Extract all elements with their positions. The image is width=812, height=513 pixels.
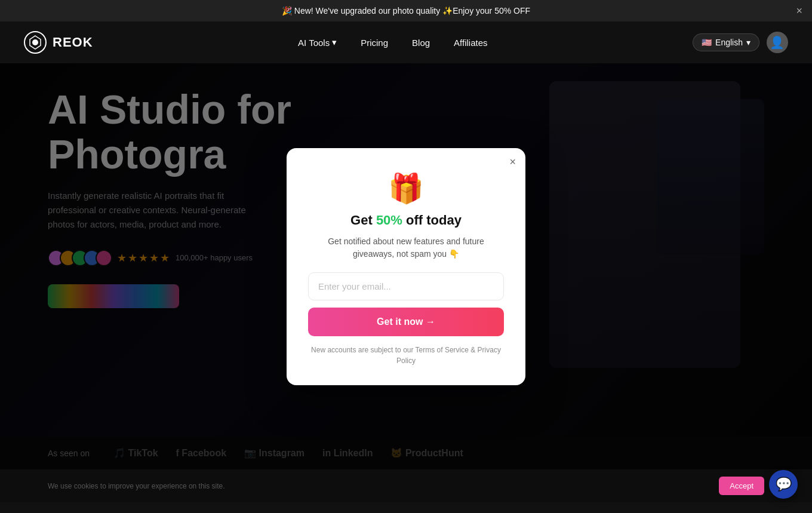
- chat-widget-button[interactable]: 💬: [769, 470, 798, 499]
- cookie-strip: We use cookies to improve your experienc…: [0, 469, 812, 502]
- nav-links: AI Tools ▾ Pricing Blog Affiliates: [288, 32, 497, 53]
- accept-cookies-button[interactable]: Accept: [719, 477, 764, 495]
- modal-gift-icon: 🎁: [308, 172, 504, 205]
- chevron-down-icon: ▾: [746, 38, 751, 47]
- lang-label: English: [715, 38, 743, 47]
- avatar-icon: 👤: [770, 35, 785, 50]
- nav-item-blog[interactable]: Blog: [402, 33, 439, 53]
- chat-icon: 💬: [776, 477, 792, 492]
- modal-title-off: off today: [402, 213, 462, 228]
- modal-close-button[interactable]: ×: [509, 156, 516, 167]
- nav-item-pricing[interactable]: Pricing: [351, 33, 398, 53]
- modal-terms: New accounts are subject to our Terms of…: [308, 345, 504, 366]
- modal-title: Get 50% off today: [308, 213, 504, 228]
- logo-text: REOK: [53, 35, 93, 50]
- svg-point-1: [32, 39, 38, 45]
- modal-title-percent: 50%: [376, 213, 402, 228]
- nav-right: 🇺🇸 English ▾ 👤: [693, 32, 788, 53]
- get-it-now-button[interactable]: Get it now →: [308, 308, 504, 336]
- chevron-down-icon: ▾: [332, 37, 337, 48]
- cookie-text: We use cookies to improve your experienc…: [48, 481, 225, 492]
- flag-icon: 🇺🇸: [702, 38, 712, 47]
- nav-item-ai-tools[interactable]: AI Tools ▾: [288, 32, 346, 53]
- modal-title-get: Get: [350, 213, 376, 228]
- announcement-close[interactable]: ×: [796, 5, 802, 17]
- nav-item-affiliates[interactable]: Affiliates: [444, 33, 497, 53]
- modal-dialog: × 🎁 Get 50% off today Get notified about…: [287, 148, 525, 385]
- email-input[interactable]: [308, 272, 504, 300]
- logo[interactable]: REOK: [24, 31, 93, 54]
- announcement-text: 🎉 New! We've upgraded our photo quality …: [282, 6, 530, 16]
- navbar: REOK AI Tools ▾ Pricing Blog Affiliates …: [0, 21, 812, 63]
- modal-overlay: × 🎁 Get 50% off today Get notified about…: [0, 63, 812, 469]
- hero-section: AI Studio for Photogra Instantly generat…: [0, 63, 812, 469]
- user-avatar[interactable]: 👤: [767, 32, 788, 53]
- logo-icon: [24, 31, 47, 54]
- modal-description: Get notified about new features and futu…: [308, 235, 504, 260]
- announcement-bar: 🎉 New! We've upgraded our photo quality …: [0, 0, 812, 21]
- language-selector[interactable]: 🇺🇸 English ▾: [693, 33, 759, 51]
